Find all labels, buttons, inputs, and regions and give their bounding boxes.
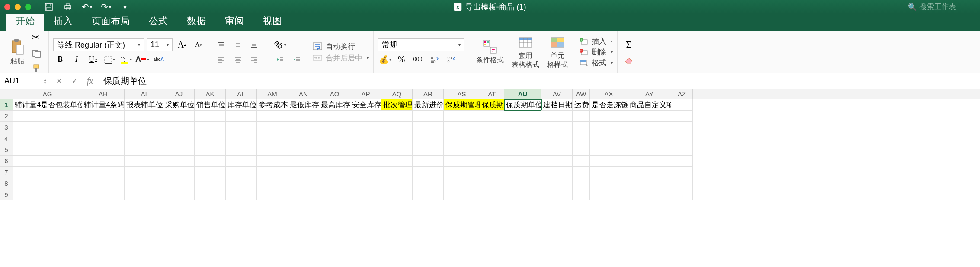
cell-AU2[interactable] [504, 111, 541, 122]
cell-AR8[interactable] [413, 178, 444, 189]
currency-button[interactable]: 💰▾ [378, 53, 392, 66]
cell-AZ5[interactable] [671, 144, 693, 156]
cell-AT8[interactable] [480, 178, 504, 189]
cell-AQ2[interactable] [381, 111, 413, 122]
font-name-combo[interactable]: 等线 Regular (正文)▾ [53, 38, 144, 51]
cell-AP5[interactable] [350, 144, 381, 156]
cell-AP1[interactable]: 安全库存 [350, 99, 381, 111]
cell-AX9[interactable] [590, 189, 628, 200]
cell-AY9[interactable] [628, 189, 671, 200]
cell-AZ8[interactable] [671, 178, 693, 189]
cell-AI3[interactable] [125, 122, 163, 133]
cell-AH1[interactable]: 辅计量4条码 [82, 99, 125, 111]
cell-AS8[interactable] [444, 178, 480, 189]
cell-AG2[interactable] [13, 111, 82, 122]
cell-AR4[interactable] [413, 133, 444, 144]
underline-button[interactable]: U▾ [86, 53, 100, 66]
cell-AT7[interactable] [480, 167, 504, 178]
cell-AS1[interactable]: 保质期管理 [444, 99, 480, 111]
number-format-combo[interactable]: 常规▾ [378, 38, 464, 51]
cell-AO8[interactable] [319, 178, 350, 189]
row-header-2[interactable]: 2 [0, 111, 13, 122]
cell-AY2[interactable] [628, 111, 671, 122]
table-format-button[interactable]: 套用 表格格式 [509, 34, 542, 70]
cell-AU4[interactable] [504, 133, 541, 144]
align-right-button[interactable] [247, 53, 261, 66]
cell-AH2[interactable] [82, 111, 125, 122]
cell-AZ1[interactable] [671, 99, 693, 111]
cell-AP2[interactable] [350, 111, 381, 122]
cell-AS2[interactable] [444, 111, 480, 122]
cell-AU6[interactable] [504, 156, 541, 167]
cell-AK6[interactable] [195, 156, 226, 167]
cell-AT5[interactable] [480, 144, 504, 156]
cell-AI8[interactable] [125, 178, 163, 189]
cell-AS4[interactable] [444, 133, 480, 144]
conditional-format-button[interactable]: ≠ 条件格式 [474, 38, 506, 66]
search-input[interactable] [919, 3, 976, 11]
cell-AP8[interactable] [350, 178, 381, 189]
cell-AN3[interactable] [288, 122, 319, 133]
cell-AJ7[interactable] [163, 167, 195, 178]
cell-AJ2[interactable] [163, 111, 195, 122]
autosum-button[interactable]: Σ [622, 38, 636, 51]
row-header-4[interactable]: 4 [0, 133, 13, 144]
cell-AP3[interactable] [350, 122, 381, 133]
cell-AH7[interactable] [82, 167, 125, 178]
insert-cells-button[interactable]: +插入▾ [580, 36, 613, 46]
cell-AG8[interactable] [13, 178, 82, 189]
cell-AN5[interactable] [288, 144, 319, 156]
column-header-AM[interactable]: AM [257, 89, 288, 99]
cell-AU8[interactable] [504, 178, 541, 189]
tab-开始[interactable]: 开始 [6, 11, 44, 31]
cell-AV8[interactable] [541, 178, 573, 189]
cell-AV5[interactable] [541, 144, 573, 156]
cell-AU7[interactable] [504, 167, 541, 178]
column-header-AL[interactable]: AL [226, 89, 257, 99]
column-header-AH[interactable]: AH [82, 89, 125, 99]
cell-AL7[interactable] [226, 167, 257, 178]
row-header-9[interactable]: 9 [0, 189, 13, 200]
cell-AL6[interactable] [226, 156, 257, 167]
minimize-window-button[interactable] [15, 4, 21, 10]
align-top-button[interactable] [215, 38, 228, 51]
format-cells-button[interactable]: 格式▾ [580, 58, 613, 68]
orientation-button[interactable]: ab▾ [273, 38, 287, 51]
clear-button[interactable] [622, 53, 636, 66]
cell-AT3[interactable] [480, 122, 504, 133]
cell-AQ9[interactable] [381, 189, 413, 200]
cell-AS6[interactable] [444, 156, 480, 167]
cell-AI1[interactable]: 报表辅单位 [125, 99, 163, 111]
cell-AX6[interactable] [590, 156, 628, 167]
close-window-button[interactable] [4, 4, 10, 10]
cell-AK2[interactable] [195, 111, 226, 122]
cell-AY3[interactable] [628, 122, 671, 133]
cell-AK1[interactable]: 销售单位 [195, 99, 226, 111]
cell-AI9[interactable] [125, 189, 163, 200]
search-box[interactable]: 🔍 [908, 3, 976, 12]
cell-AS3[interactable] [444, 122, 480, 133]
font-color-button[interactable]: A▾ [135, 53, 149, 66]
cell-AH5[interactable] [82, 144, 125, 156]
cell-AJ6[interactable] [163, 156, 195, 167]
cell-AQ4[interactable] [381, 133, 413, 144]
column-header-AS[interactable]: AS [444, 89, 480, 99]
cell-AW8[interactable] [573, 178, 590, 189]
cell-AX1[interactable]: 是否走冻链 [590, 99, 628, 111]
cell-AU9[interactable] [504, 189, 541, 200]
column-header-AZ[interactable]: AZ [671, 89, 693, 99]
cell-AT1[interactable]: 保质期 [480, 99, 504, 111]
cell-AG9[interactable] [13, 189, 82, 200]
cell-AM3[interactable] [257, 122, 288, 133]
cell-AL3[interactable] [226, 122, 257, 133]
italic-button[interactable]: I [70, 53, 83, 66]
cell-AJ1[interactable]: 采购单位 [163, 99, 195, 111]
cell-AW3[interactable] [573, 122, 590, 133]
cell-AK3[interactable] [195, 122, 226, 133]
cell-AZ9[interactable] [671, 189, 693, 200]
cell-AR9[interactable] [413, 189, 444, 200]
select-all-corner[interactable] [0, 89, 13, 99]
cell-AH4[interactable] [82, 133, 125, 144]
cell-AW1[interactable]: 运费 [573, 99, 590, 111]
cell-AO1[interactable]: 最高库存 [319, 99, 350, 111]
